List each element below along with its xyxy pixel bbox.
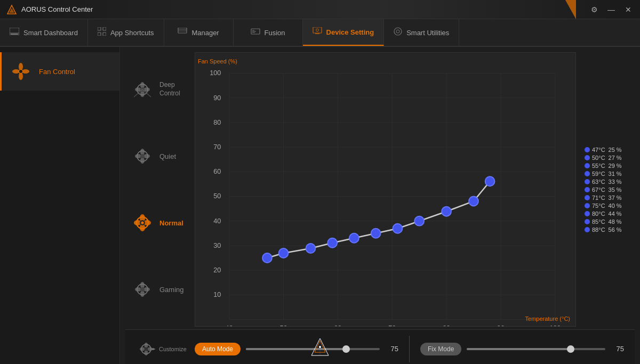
tab-manager-label: Manager xyxy=(191,29,219,37)
tab-app-shortcuts[interactable]: App Shortcuts xyxy=(88,19,164,46)
svg-text:60: 60 xyxy=(213,167,221,175)
legend-dot-4 xyxy=(585,179,590,184)
customize-label: Customize xyxy=(159,346,187,352)
app-shortcuts-icon xyxy=(98,27,106,38)
chart-point-2[interactable] xyxy=(306,244,316,253)
legend-dot-3 xyxy=(585,171,590,176)
svg-rect-7 xyxy=(98,33,101,36)
chart-point-3[interactable] xyxy=(327,238,337,248)
legend-item-9: 85°C 48 % xyxy=(585,219,635,225)
legend-temp-0: 47°C xyxy=(592,147,605,153)
svg-text:40: 40 xyxy=(226,324,233,326)
svg-point-98 xyxy=(319,346,321,348)
controls-divider xyxy=(409,336,410,362)
svg-text:20: 20 xyxy=(213,266,221,274)
mode-deep-control[interactable]: DeepControl xyxy=(128,74,187,106)
legend-dot-5 xyxy=(585,187,590,192)
svg-point-19 xyxy=(394,28,402,35)
legend-temp-2: 55°C xyxy=(592,163,605,169)
svg-text:100: 100 xyxy=(549,324,561,326)
chart-point-4[interactable] xyxy=(349,233,359,243)
legend-dot-0 xyxy=(585,147,590,152)
legend-speed-6: 37 % xyxy=(609,195,622,201)
svg-text:90: 90 xyxy=(213,93,221,101)
svg-point-23 xyxy=(22,69,29,74)
svg-rect-4 xyxy=(11,34,18,35)
title-bar-left: AORUS Control Center xyxy=(6,4,93,15)
chart-legend: 47°C 25 % 50°C 27 % 55°C 29 % 59°C 31 % xyxy=(581,52,635,327)
svg-rect-9 xyxy=(178,28,187,33)
mode-quiet[interactable]: Quiet xyxy=(128,140,187,172)
bottom-controls: Customize Auto Mode 75 Fix Mode 75 xyxy=(125,329,635,364)
sidebar-fan-control-label: Fan Control xyxy=(39,68,75,76)
modes-and-chart: DeepControl Quiet xyxy=(125,52,635,327)
mode-gaming[interactable]: Gaming xyxy=(128,273,187,305)
tab-device-setting[interactable]: Device Setting xyxy=(303,19,385,46)
chart-point-0[interactable] xyxy=(262,253,272,263)
smart-utilities-icon xyxy=(394,27,402,38)
manager-icon xyxy=(178,28,187,37)
legend-temp-3: 59°C xyxy=(592,171,605,177)
legend-speed-2: 29 % xyxy=(609,163,622,169)
minimize-button[interactable]: — xyxy=(604,2,619,17)
gaming-icon xyxy=(131,278,154,301)
svg-point-26 xyxy=(19,70,22,73)
chart-point-1[interactable] xyxy=(279,248,289,258)
tab-app-shortcuts-label: App Shortcuts xyxy=(110,29,154,37)
svg-rect-8 xyxy=(103,33,106,36)
legend-speed-3: 31 % xyxy=(609,171,622,177)
tab-smart-dashboard[interactable]: Smart Dashboard xyxy=(0,19,88,46)
chart-point-7[interactable] xyxy=(414,216,424,226)
chart-point-6[interactable] xyxy=(393,224,403,233)
tab-smart-utilities-label: Smart Utilities xyxy=(406,29,449,37)
chart-point-9[interactable] xyxy=(469,196,478,206)
fan-modes: DeepControl Quiet xyxy=(125,52,189,327)
smart-dashboard-icon xyxy=(10,28,19,37)
svg-text:40: 40 xyxy=(213,216,221,224)
legend-temp-6: 71°C xyxy=(592,195,605,201)
legend-dot-9 xyxy=(585,219,590,224)
svg-text:70: 70 xyxy=(388,324,396,326)
deep-control-icon xyxy=(131,78,154,101)
auto-mode-button[interactable]: Auto Mode xyxy=(195,343,241,355)
tab-fusion[interactable]: Fusion xyxy=(234,19,303,46)
fix-mode-slider[interactable] xyxy=(467,348,605,350)
legend-temp-7: 75°C xyxy=(592,203,605,209)
legend-item-5: 67°C 35 % xyxy=(585,187,635,193)
legend-item-3: 59°C 31 % xyxy=(585,171,635,177)
svg-text:50: 50 xyxy=(213,192,221,200)
aorus-bottom-logo xyxy=(309,336,331,360)
tab-fusion-label: Fusion xyxy=(265,29,285,37)
sidebar-item-fan-control[interactable]: Fan Control xyxy=(0,52,119,91)
mode-normal[interactable]: Normal xyxy=(128,207,187,239)
svg-text:60: 60 xyxy=(334,324,341,326)
legend-temp-10: 88°C xyxy=(592,227,605,233)
svg-point-20 xyxy=(396,30,399,33)
settings-button[interactable]: ⚙ xyxy=(587,2,602,17)
customize-fan-icon xyxy=(136,339,156,359)
right-panel: DeepControl Quiet xyxy=(120,47,640,364)
legend-temp-9: 85°C xyxy=(592,219,605,225)
close-button[interactable]: ✕ xyxy=(621,2,636,17)
legend-speed-10: 56 % xyxy=(609,227,622,233)
nav-bar: Smart Dashboard App Shortcuts Manager Fu… xyxy=(0,19,640,47)
aorus-logo-icon xyxy=(6,4,17,15)
customize-section: Customize xyxy=(136,339,187,359)
tab-smart-utilities[interactable]: Smart Utilities xyxy=(384,19,459,46)
quiet-icon xyxy=(131,144,154,168)
chart-point-8[interactable] xyxy=(442,207,451,216)
fan-chart: Fan Speed (%) Temperature (°C) xyxy=(195,52,576,327)
legend-dot-7 xyxy=(585,203,590,208)
fusion-icon xyxy=(251,28,260,37)
main-content: Fan Control xyxy=(0,47,640,364)
svg-point-51 xyxy=(140,287,145,292)
tab-manager[interactable]: Manager xyxy=(164,19,234,46)
title-bar: AORUS Control Center ⚙ — ✕ xyxy=(0,0,640,19)
chart-point-10[interactable] xyxy=(485,176,495,186)
fix-mode-control: Fix Mode 75 xyxy=(420,343,624,355)
legend-item-6: 71°C 37 % xyxy=(585,195,635,201)
legend-temp-1: 50°C xyxy=(592,155,605,161)
chart-point-5[interactable] xyxy=(371,229,381,238)
legend-dot-10 xyxy=(585,227,590,232)
fix-mode-button[interactable]: Fix Mode xyxy=(420,343,461,355)
